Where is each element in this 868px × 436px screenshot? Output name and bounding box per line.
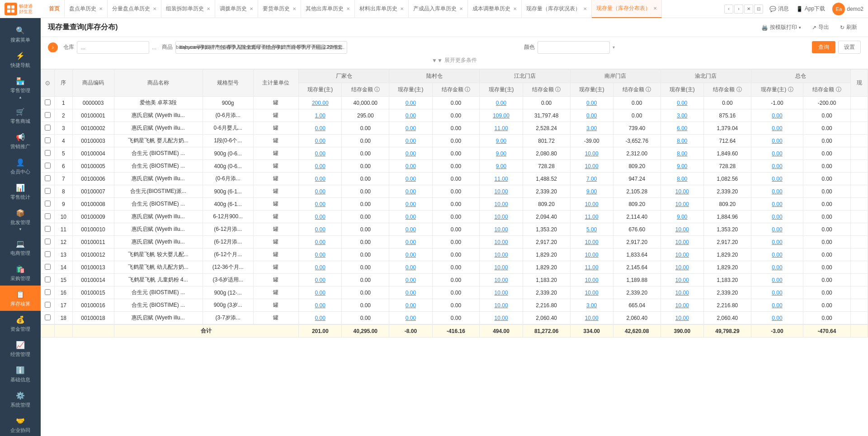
cell-yubei-stock[interactable]: 0.00 <box>660 97 703 109</box>
cell-factory-stock[interactable]: 0.00 <box>299 286 342 299</box>
cell-factory-stock[interactable]: 0.00 <box>299 312 342 325</box>
tab-close-stock-dist[interactable]: ✕ <box>653 6 657 11</box>
cell-yubei-stock[interactable]: 9.00 <box>660 211 703 223</box>
tab-close-inventory[interactable]: ✕ <box>99 6 103 11</box>
cell-lujia-stock[interactable]: 0.00 <box>389 261 432 274</box>
cell-total-stock[interactable]: 0.00 <box>751 122 803 135</box>
cell-lujia-stock[interactable]: 0.00 <box>389 223 432 236</box>
cell-yubei-stock[interactable]: 10.00 <box>660 274 703 286</box>
cell-total-stock[interactable]: 0.00 <box>751 185 803 198</box>
cell-check[interactable] <box>41 185 55 198</box>
cell-total-stock[interactable]: 0.00 <box>751 299 803 312</box>
cell-lujia-stock[interactable]: 0.00 <box>389 286 432 299</box>
cell-nangan-stock[interactable]: 10.00 <box>570 160 613 173</box>
cell-factory-stock[interactable]: 0.00 <box>299 160 342 173</box>
th-settings[interactable]: ⚙ <box>41 70 55 97</box>
cell-lujia-stock[interactable]: 0.00 <box>389 312 432 325</box>
row-checkbox[interactable] <box>45 99 51 105</box>
setting-btn[interactable]: 设置 <box>838 41 861 54</box>
cell-yubei-stock[interactable]: 9.00 <box>660 160 703 173</box>
cell-yubei-stock[interactable]: 10.00 <box>660 248 703 261</box>
cell-nangan-stock[interactable]: 11.00 <box>570 211 613 223</box>
sidebar-item-member[interactable]: 👤 会员中心 <box>0 154 41 179</box>
tab-split-count[interactable]: 分量盘点单历史 ✕ <box>108 0 161 18</box>
cell-factory-stock[interactable]: 0.00 <box>299 236 342 248</box>
sidebar-item-retail-stats[interactable]: 📊 零售统计 <box>0 179 41 204</box>
color-dropdown-icon[interactable]: ▾ <box>613 45 615 50</box>
cell-check[interactable] <box>41 248 55 261</box>
sidebar-item-wholesale[interactable]: 📦 批发管理 ▼ <box>0 204 41 235</box>
cell-check[interactable] <box>41 261 55 274</box>
cell-lujia-stock[interactable]: 0.00 <box>389 122 432 135</box>
cell-lujia-stock[interactable]: 0.00 <box>389 198 432 211</box>
sidebar-item-operation[interactable]: 📈 经营管理 <box>0 336 41 361</box>
cell-yubei-stock[interactable]: 6.00 <box>660 122 703 135</box>
cell-total-stock[interactable]: 0.00 <box>751 236 803 248</box>
cell-check[interactable] <box>41 109 55 122</box>
row-checkbox[interactable] <box>45 239 51 244</box>
cell-jiangbei-stock[interactable]: 0.00 <box>480 97 523 109</box>
cell-lujia-stock[interactable]: 0.00 <box>389 147 432 160</box>
cell-check[interactable] <box>41 274 55 286</box>
tab-nav-prev[interactable]: ‹ <box>724 5 733 14</box>
cell-nangan-stock[interactable]: 0.00 <box>570 109 613 122</box>
tab-material-out[interactable]: 材料出库单历史 ✕ <box>355 0 409 18</box>
cell-factory-stock[interactable]: 0.00 <box>299 185 342 198</box>
cell-factory-stock[interactable]: 0.00 <box>299 135 342 147</box>
cell-check[interactable] <box>41 135 55 147</box>
row-checkbox[interactable] <box>45 277 51 282</box>
cell-nangan-stock[interactable]: -39.00 <box>570 135 613 147</box>
tab-product-in[interactable]: 产成品入库单历史 ✕ <box>409 0 468 18</box>
cell-jiangbei-stock[interactable]: 10.00 <box>480 185 523 198</box>
cell-jiangbei-stock[interactable]: 10.00 <box>480 299 523 312</box>
cell-check[interactable] <box>41 97 55 109</box>
cell-factory-stock[interactable]: 0.00 <box>299 223 342 236</box>
cell-jiangbei-stock[interactable]: 11.00 <box>480 122 523 135</box>
cell-jiangbei-stock[interactable]: 10.00 <box>480 223 523 236</box>
table-container[interactable]: ⚙ 序 商品编码 商品名称 规格型号 主计量单位 厂家仓 陆村仓 江北门店 南岸… <box>41 69 868 436</box>
settings-icon[interactable]: ⚙ <box>45 80 51 87</box>
cell-jiangbei-stock[interactable]: 10.00 <box>480 236 523 248</box>
cell-factory-stock[interactable]: 200.00 <box>299 97 342 109</box>
cell-factory-stock[interactable]: 0.00 <box>299 147 342 160</box>
cell-lujia-stock[interactable]: 0.00 <box>389 135 432 147</box>
cell-nangan-stock[interactable]: 9.00 <box>570 185 613 198</box>
cell-lujia-stock[interactable]: 0.00 <box>389 173 432 185</box>
cell-jiangbei-stock[interactable]: 9.00 <box>480 135 523 147</box>
tab-close-cost[interactable]: ✕ <box>513 6 517 11</box>
cell-nangan-stock[interactable]: 0.00 <box>570 97 613 109</box>
cell-factory-stock[interactable]: 0.00 <box>299 173 342 185</box>
cell-total-stock[interactable]: -1.00 <box>751 97 803 109</box>
messages-btn[interactable]: 💬 消息 <box>769 5 789 13</box>
cell-total-stock[interactable]: 0.00 <box>751 261 803 274</box>
sidebar-item-system[interactable]: ⚙️ 系统管理 <box>0 387 41 412</box>
cell-jiangbei-stock[interactable]: 109.00 <box>480 109 523 122</box>
row-checkbox[interactable] <box>45 213 51 219</box>
tab-close-split[interactable]: ✕ <box>153 6 156 11</box>
cell-factory-stock[interactable]: 0.00 <box>299 261 342 274</box>
query-btn[interactable]: 查询 <box>812 41 835 53</box>
tab-close-assemble[interactable]: ✕ <box>207 6 210 11</box>
download-btn[interactable]: 📱 App下载 <box>796 5 825 13</box>
tab-close-allot[interactable]: ✕ <box>250 6 253 11</box>
cell-check[interactable] <box>41 211 55 223</box>
cell-check[interactable] <box>41 173 55 185</box>
print-btn[interactable]: 🖨️ 按模版打印 ▾ <box>758 22 805 33</box>
warehouse-dots[interactable]: ... <box>152 44 156 51</box>
tab-close-material[interactable]: ✕ <box>400 6 404 11</box>
cell-yubei-stock[interactable]: 8.00 <box>660 147 703 160</box>
cell-total-stock[interactable]: 0.00 <box>751 160 803 173</box>
cell-lujia-stock[interactable]: 0.00 <box>389 109 432 122</box>
row-checkbox[interactable] <box>45 201 51 206</box>
cell-check[interactable] <box>41 223 55 236</box>
tab-home[interactable]: 首页 <box>44 0 65 18</box>
export-btn[interactable]: ↗ 导出 <box>808 22 833 33</box>
row-checkbox[interactable] <box>45 289 51 295</box>
tab-assemble-count[interactable]: 组装拆卸单历史 ✕ <box>161 0 215 18</box>
cell-factory-stock[interactable]: 0.00 <box>299 211 342 223</box>
cell-lujia-stock[interactable]: 0.00 <box>389 299 432 312</box>
tab-purchase[interactable]: 要货单历史 ✕ <box>258 0 301 18</box>
warehouse-input[interactable] <box>77 41 149 54</box>
sidebar-item-stock[interactable]: 📋 库存核算 <box>0 286 41 311</box>
cell-check[interactable] <box>41 147 55 160</box>
